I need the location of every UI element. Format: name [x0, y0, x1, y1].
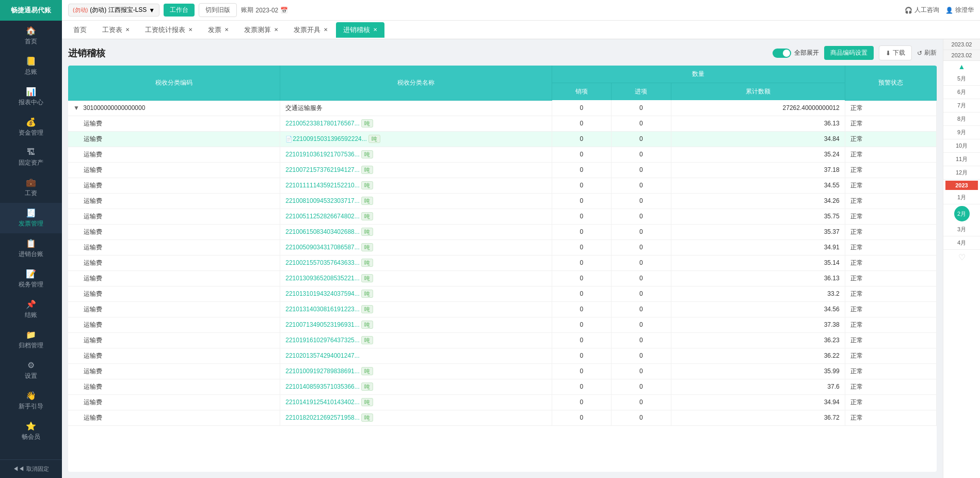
total-cell: 33.2 — [671, 286, 845, 301]
month-2-current[interactable]: 2月 — [954, 206, 970, 221]
nav-up-arrow[interactable]: ▲ — [943, 61, 980, 72]
sidebar-item-finance[interactable]: 💰 资金管理 — [0, 112, 62, 142]
col-header-tax-name: 税收分类名称 — [280, 66, 552, 100]
support-link[interactable]: 🎧 人工咨询 — [905, 6, 939, 14]
month-6[interactable]: 6月 — [943, 86, 980, 99]
table-row: 运输费 221020135742940012​47... 0 0 36.22 正… — [68, 348, 937, 363]
tab-invoice-calc[interactable]: 发票测算 ✕ — [237, 22, 285, 38]
user-menu[interactable]: 👤 徐澄华 — [945, 6, 974, 14]
col-header-warning: 预警状态 — [845, 66, 936, 100]
sales-cell: 0 — [552, 286, 612, 301]
sidebar-item-close[interactable]: 📌 结账 — [0, 294, 62, 325]
invoice-no-cell: 221006150834034026​88... 吨 — [280, 224, 552, 240]
favorite-icon[interactable]: ♡ — [943, 250, 980, 265]
tab-close-icon[interactable]: ✕ — [373, 27, 377, 33]
sidebar-item-tax[interactable]: 📝 税务管理 — [0, 264, 62, 294]
expand-icon[interactable]: ▼ — [73, 104, 79, 111]
unit-tag: 吨 — [361, 150, 373, 158]
tab-close-icon[interactable]: ✕ — [224, 27, 229, 33]
table-row: 运输费 221011111435921522​10... 吨 0 0 34.55… — [68, 178, 937, 193]
invoice-no-cell: 221011111435921522​10... 吨 — [280, 178, 552, 193]
member-icon: ⭐ — [26, 421, 36, 431]
sidebar-item-label: 固定资产 — [19, 158, 43, 167]
tab-invoice-issue[interactable]: 发票开具 ✕ — [286, 22, 335, 38]
sidebar-item-salary[interactable]: 💼 工资 — [0, 172, 62, 203]
total-cell: 36.22 — [671, 348, 845, 363]
invoice-icon: 🧾 — [26, 208, 36, 218]
tab-home[interactable]: 首页 — [66, 22, 94, 38]
table-row: 运输费 221013140308161912​23... 吨 0 0 34.56… — [68, 301, 937, 317]
tab-close-icon[interactable]: ✕ — [274, 27, 278, 33]
tax-name-cell: 运输费 — [68, 147, 280, 162]
download-button[interactable]: ⬇ 下载 — [879, 45, 912, 60]
month-10[interactable]: 10月 — [943, 139, 980, 153]
sidebar-item-guide[interactable]: 👋 新手引导 — [0, 386, 62, 416]
product-code-button[interactable]: 商品编码设置 — [824, 46, 874, 60]
tax-name-cell: 运输费 — [68, 410, 280, 425]
sidebar-item-ledger[interactable]: 📒 总账 — [0, 51, 62, 82]
tab-purchase-sales-reconcile[interactable]: 进销稽核 ✕ — [336, 22, 384, 38]
sidebar-item-purchase-sales[interactable]: 📋 进销台账 — [0, 233, 62, 264]
total-cell: 35.14 — [671, 255, 845, 270]
sidebar-item-home[interactable]: 🏠 首页 — [0, 21, 62, 51]
month-9[interactable]: 9月 — [943, 126, 980, 139]
invoice-no-cell: 221005112528266748​02... 吨 — [280, 209, 552, 224]
total-cell: 36.23 — [671, 332, 845, 348]
sales-cell: 0 — [552, 332, 612, 348]
month-7[interactable]: 7月 — [943, 99, 980, 113]
purchase-cell: 0 — [612, 317, 671, 332]
refresh-button[interactable]: ↺ 刷新 — [917, 49, 937, 57]
sidebar-item-settings[interactable]: ⚙ 设置 — [0, 355, 62, 386]
sidebar-item-reports[interactable]: 📊 报表中心 — [0, 82, 62, 112]
col-header-tax-code: 税收分类编码 — [68, 66, 280, 100]
status-cell: 正常 — [845, 394, 936, 410]
table-row: 运输费 221005112528266748​02... 吨 0 0 35.75… — [68, 209, 937, 224]
sidebar-item-member[interactable]: ⭐ 畅会员 — [0, 416, 62, 447]
table-row: 运输费 221013093652085352​21... 吨 0 0 36.13… — [68, 270, 937, 286]
expand-toggle[interactable]: 全部展开 — [773, 49, 819, 58]
invoice-no-cell: 221019161029764373​25... 吨 — [280, 332, 552, 348]
table-row: 运输费 221010091927898386​91... 吨 0 0 35.99… — [68, 363, 937, 379]
switch-version-button[interactable]: 切到旧版 — [199, 3, 237, 17]
sidebar-item-label: 设置 — [25, 372, 37, 380]
table-row: 运输费 221005090343170865​87... 吨 0 0 34.91… — [68, 240, 937, 255]
finance-icon: 💰 — [26, 117, 36, 127]
toggle-track[interactable] — [773, 49, 791, 58]
tab-invoice[interactable]: 发票 ✕ — [201, 22, 236, 38]
purchase-cell: 0 — [612, 348, 671, 363]
unpin-button[interactable]: ◀◀ 取消固定 — [0, 459, 62, 478]
workspace-button[interactable]: 工作台 — [164, 4, 195, 17]
month-3[interactable]: 3月 — [943, 223, 980, 236]
tax-icon: 📝 — [26, 269, 36, 279]
unit-tag: 吨 — [361, 413, 373, 422]
settings-icon: ⚙ — [27, 360, 35, 370]
tab-close-icon[interactable]: ✕ — [188, 27, 192, 33]
month-12[interactable]: 12月 — [943, 166, 980, 180]
month-1[interactable]: 1月 — [943, 191, 980, 204]
tab-close-icon[interactable]: ✕ — [324, 27, 328, 33]
unit-tag: 吨 — [361, 398, 373, 406]
tab-close-icon[interactable]: ✕ — [125, 27, 130, 33]
month-5[interactable]: 5月 — [943, 72, 980, 86]
purchase-cell: 0 — [612, 100, 671, 116]
calendar-icon[interactable]: 📅 — [280, 7, 288, 14]
tab-payroll-stats[interactable]: 工资统计报表 ✕ — [138, 22, 200, 38]
sidebar-item-archive[interactable]: 📁 归档管理 — [0, 325, 62, 355]
tab-payroll[interactable]: 工资表 ✕ — [95, 22, 137, 38]
company-selector[interactable]: (勿动) (勿动) 江西报宝-LSS ▼ — [68, 4, 159, 17]
month-8[interactable]: 8月 — [943, 113, 980, 126]
table-row: 运输费 221007215737621941​27... 吨 0 0 37.18… — [68, 162, 937, 178]
sidebar-item-invoice[interactable]: 🧾 发票管理 — [0, 203, 62, 233]
status-cell: 正常 — [845, 286, 936, 301]
status-cell: 正常 — [845, 332, 936, 348]
sidebar-item-assets[interactable]: 🏗 固定资产 — [0, 142, 62, 172]
table-row: 运输费 221002155703576436​33... 吨 0 0 35.14… — [68, 255, 937, 270]
month-11[interactable]: 11月 — [943, 153, 980, 166]
purchase-cell: 0 — [612, 379, 671, 394]
month-4[interactable]: 4月 — [943, 236, 980, 250]
sidebar-item-label: 畅会员 — [22, 433, 40, 441]
year-label-2023b: 2023.02 — [943, 50, 980, 61]
purchase-cell: 0 — [612, 147, 671, 162]
app-logo: 畅捷通易代账 — [0, 0, 62, 21]
total-cell: 35.37 — [671, 224, 845, 240]
